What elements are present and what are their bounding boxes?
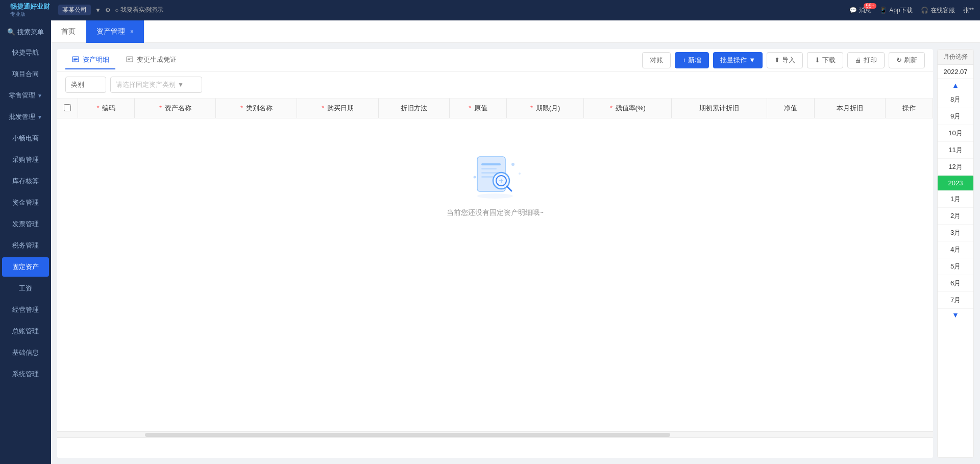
messages-button[interactable]: 💬 消息 99+ [849,6,871,15]
sub-tab-change-voucher-label: 变更生成凭证 [137,55,177,64]
toolbar-actions: 对账 + 新增 批量操作 ▼ ⬆ 导入 [187,52,925,68]
table-area: * 编码 * 资产名称 * 类别名称 [57,99,933,431]
month-panel-header: 月份选择 [938,50,973,65]
month-item-3[interactable]: 3月 [938,225,973,241]
sidebar-item-retail[interactable]: 零售管理 ▼ [2,86,49,105]
company-selector[interactable]: 某某公司 [58,5,91,15]
demo-button[interactable]: ○ 我要看实例演示 [115,6,163,14]
category-placeholder: 请选择固定资产类别 [116,80,176,89]
sidebar-item-quicknav[interactable]: 快捷导航 [2,43,49,62]
sidebar-item-inventory[interactable]: 库存核算 [2,172,49,191]
month-item-year-2023[interactable]: 2023 [938,176,973,191]
add-label: + 新增 [682,56,701,65]
sidebar-item-project[interactable]: 项目合同 [2,64,49,84]
month-item-5[interactable]: 5月 [938,258,973,275]
empty-illustration [464,149,526,200]
category-input[interactable]: 请选择固定资产类别 ▼ [110,77,202,93]
batch-button[interactable]: 批量操作 ▼ [713,52,763,68]
system-label: 系统管理 [12,370,39,379]
sidebar-item-purchase[interactable]: 采购管理 [2,150,49,169]
brand: 畅捷通好业财 专业版 [6,3,54,18]
online-service-button[interactable]: 🎧 在线客服 [921,6,955,15]
sidebar-item-basic[interactable]: 基础信息 [2,343,49,362]
th-purchase-date: * 购买日期 [297,99,378,118]
main-panel: 资产明细 变更生成凭证 对账 + 新增 [57,49,933,458]
sidebar-item-wholesale[interactable]: 批发管理 ▼ [2,107,49,127]
sidebar-item-operations[interactable]: 经营管理 [2,300,49,320]
add-button[interactable]: + 新增 [675,52,709,68]
tab-close-icon[interactable]: × [130,28,134,35]
sidebar-item-ledger[interactable]: 总账管理 [2,322,49,341]
th-asset-name: * 资产名称 [135,99,216,118]
scroll-thumb[interactable] [145,433,671,437]
reconcile-button[interactable]: 对账 [642,52,671,68]
filter-row: 类别 请选择固定资产类别 ▼ [57,71,933,99]
service-label: 在线客服 [930,6,955,15]
change-voucher-icon [126,56,134,64]
print-button[interactable]: 🖨 打印 [847,52,885,68]
tab-home[interactable]: 首页 [51,20,86,43]
gear-icon[interactable]: ⚙ [105,7,111,14]
sidebar-item-fund[interactable]: 资金管理 [2,193,49,212]
sidebar-item-fixed-assets[interactable]: 固定资产 [2,257,49,277]
month-item-11[interactable]: 11月 [938,142,973,159]
sidebar-item-salary[interactable]: 工资 [2,279,49,298]
search-icon: 🔍 [7,28,15,36]
th-original-value: * 原值 [450,99,507,118]
brand-title: 畅捷通好业财 [10,3,50,11]
month-item-6[interactable]: 6月 [938,275,973,292]
wholesale-arrow-icon: ▼ [37,114,42,120]
th-category: * 类别名称 [216,99,297,118]
download-label: 下载 [822,56,836,65]
svg-point-20 [519,173,521,175]
tab-asset-manage[interactable]: 资产管理 × [86,20,144,43]
salary-label: 工资 [19,284,32,293]
sidebar-item-system[interactable]: 系统管理 [2,364,49,384]
bottom-scrollbar[interactable] [57,431,933,437]
svg-rect-12 [481,172,499,174]
month-item-9[interactable]: 9月 [938,108,973,125]
th-checkbox [57,99,78,118]
app-download-button[interactable]: 📱 App下载 [879,6,912,15]
asset-table: * 编码 * 资产名称 * 类别名称 [57,99,933,248]
month-item-4[interactable]: 4月 [938,241,973,258]
select-all-checkbox[interactable] [64,104,71,111]
batch-arrow-icon: ▼ [749,56,755,64]
sub-tab-change-voucher[interactable]: 变更生成凭证 [119,51,183,69]
sidebar-item-invoice[interactable]: 发票管理 [2,214,49,234]
company-dropdown-icon[interactable]: ▼ [95,7,101,14]
batch-label: 批量操作 [720,56,747,65]
sidebar-item-ecommerce[interactable]: 小畅电商 [2,129,49,148]
month-item-1[interactable]: 1月 [938,191,973,208]
month-item-12[interactable]: 12月 [938,159,973,176]
month-item-2[interactable]: 2月 [938,208,973,225]
sub-tab-asset-detail[interactable]: 资产明细 [65,51,115,69]
svg-point-21 [473,176,476,179]
sub-tab-asset-detail-label: 资产明细 [83,55,109,64]
month-item-7[interactable]: 7月 [938,292,973,309]
ecommerce-label: 小畅电商 [12,134,39,143]
top-bar: 畅捷通好业财 专业版 某某公司 ▼ ⚙ ○ 我要看实例演示 💬 消息 99+ 📱… [0,0,980,20]
empty-state-cell: 当前您还没有固定资产明细哦~ [57,118,933,249]
svg-rect-10 [481,163,501,165]
print-label: 打印 [864,56,877,65]
month-up-button[interactable]: ▲ [938,79,973,91]
sidebar-item-search[interactable]: 🔍 搜索菜单 [2,23,49,41]
svg-point-19 [511,163,514,166]
month-down-button[interactable]: ▼ [938,309,973,321]
download-icon: ⬇ [815,56,820,64]
retail-arrow-icon: ▼ [37,93,42,99]
import-button[interactable]: ⬆ 导入 [767,52,803,68]
sidebar-item-tax[interactable]: 税务管理 [2,236,49,255]
svg-rect-11 [481,168,497,169]
svg-rect-13 [481,176,494,178]
refresh-button[interactable]: ↻ 刷新 [889,52,925,68]
month-item-8[interactable]: 8月 [938,91,973,108]
download-button[interactable]: ⬇ 下载 [807,52,843,68]
print-icon: 🖨 [855,56,862,64]
company-name: 某某公司 [62,6,87,13]
month-item-10[interactable]: 10月 [938,125,973,142]
category-select[interactable]: 类别 [65,77,106,93]
asset-detail-icon [71,56,80,64]
tax-label: 税务管理 [12,241,39,250]
